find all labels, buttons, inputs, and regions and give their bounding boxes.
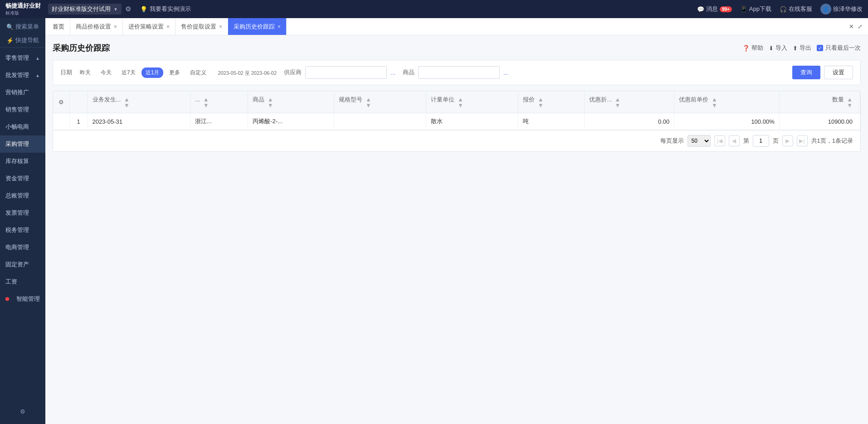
col-spec[interactable]: 规格型号 ▲▼ [334, 91, 426, 113]
first-page-btn[interactable]: |◀ [714, 135, 725, 146]
sort-icon: ▲▼ [615, 96, 621, 108]
date-btn-today[interactable]: 今天 [97, 67, 116, 78]
col-gear[interactable]: ⚙ [53, 91, 69, 113]
tab-purchase-strategy[interactable]: 进价策略设置 × [123, 18, 176, 35]
date-btn-yesterday[interactable]: 昨天 [76, 67, 95, 78]
edition-selector[interactable]: 好业财标准版交付试用 ▼ [48, 4, 122, 14]
tab-sale-price[interactable]: 售价提取设置 × [176, 18, 228, 35]
avatar: 👤 [820, 4, 831, 14]
message-badge: 99+ [720, 6, 732, 12]
user-profile-button[interactable]: 👤 徐泽华修改 [820, 4, 863, 14]
close-window-icon[interactable]: ✕ [849, 23, 854, 30]
tab-close-icon[interactable]: × [219, 24, 222, 30]
search-icon: 🔍 [6, 24, 14, 30]
sidebar-item-purchase[interactable]: 采购管理 [0, 135, 45, 153]
goods-input[interactable] [418, 66, 500, 79]
sidebar-item-invoice[interactable]: 发票管理 [0, 204, 45, 222]
col-goods[interactable]: 商品 ▲▼ [248, 91, 334, 113]
expand-icon: ▲ [35, 73, 40, 78]
row-more: 浙江... [190, 113, 248, 130]
topbar: 畅捷通好业财 标准版 好业财标准版交付试用 ▼ ⚙ 💡 我要看实例演示 💬 消息… [0, 0, 868, 18]
table-container: ⚙ 业务发生... ▲▼ ... ▲▼ 商品 [53, 91, 861, 152]
tab-label: 采购历史价跟踪 [234, 23, 275, 31]
sidebar-search[interactable]: 🔍 搜索菜单 [0, 18, 45, 34]
dot-icon [5, 297, 9, 301]
date-btn-more[interactable]: 更多 [165, 67, 184, 78]
sidebar-item-retail[interactable]: 零售管理 ▲ [0, 49, 45, 67]
col-price[interactable]: 报价 ▲▼ [518, 91, 585, 113]
page-label-after: 页 [773, 137, 779, 145]
date-btn-last1m[interactable]: 近1月 [141, 67, 164, 78]
row-discount-pct: 100.00% [674, 113, 779, 130]
tab-close-icon[interactable]: × [166, 24, 170, 30]
last-page-btn[interactable]: ▶| [797, 135, 808, 146]
sidebar-item-salary[interactable]: 工资 [0, 273, 45, 290]
sidebar-item-wholesale[interactable]: 批发管理 ▲ [0, 67, 45, 84]
supplier-input[interactable] [305, 66, 387, 79]
sort-icon: ▲▼ [124, 96, 130, 108]
export-button[interactable]: ⬆ 导出 [793, 44, 811, 52]
sidebar-item-tax[interactable]: 税务管理 [0, 222, 45, 239]
sidebar-gear-button[interactable]: ⚙ [0, 404, 45, 419]
sidebar-item-ecommerce[interactable]: 电商管理 [0, 239, 45, 256]
only-last-label: 只看最后一次 [825, 44, 861, 52]
settings-icon[interactable]: ⚙ [125, 5, 131, 13]
col-discount-price[interactable]: 优惠前单价 ▲▼ [674, 91, 779, 113]
sidebar-shortcut[interactable]: ⚡ 快捷导航 [0, 34, 45, 48]
col-unit[interactable]: 计量单位 ▲▼ [426, 91, 518, 113]
row-quote: 0.00 [585, 113, 674, 130]
sidebar-item-general-ledger[interactable]: 总账管理 [0, 187, 45, 204]
sidebar-item-label: 营销推广 [5, 88, 29, 96]
tab-close-icon[interactable]: × [114, 24, 117, 30]
col-discount-pct[interactable]: 优惠折... ▲▼ [585, 91, 674, 113]
sidebar-item-small-ecommerce[interactable]: 小畅电商 [0, 118, 45, 135]
sidebar-item-inventory[interactable]: 库存核算 [0, 153, 45, 170]
online-service-label: 在线客服 [789, 5, 812, 13]
tab-label: 售价提取设置 [181, 23, 216, 31]
date-btn-last7[interactable]: 近7天 [117, 67, 140, 78]
data-table: ⚙ 业务发生... ▲▼ ... ▲▼ 商品 [53, 91, 860, 130]
tab-home[interactable]: 首页 [47, 18, 70, 35]
export-icon: ⬆ [793, 45, 798, 52]
help-button[interactable]: ❓ 帮助 [742, 44, 763, 52]
col-date[interactable]: 业务发生... ▲▼ [88, 91, 190, 113]
prev-page-btn[interactable]: ◀ [729, 135, 740, 146]
date-range-text: 2023-05-02 至 2023-06-02 [218, 70, 277, 77]
help-label: 帮助 [751, 44, 763, 52]
online-service-button[interactable]: 🎧 在线客服 [780, 5, 812, 13]
sidebar-item-fixed-assets[interactable]: 固定资产 [0, 256, 45, 273]
date-btn-custom[interactable]: 自定义 [186, 67, 210, 78]
sidebar-item-marketing[interactable]: 营销推广 [0, 84, 45, 101]
goods-label: 商品 [403, 68, 414, 77]
sidebar-item-finance[interactable]: 资金管理 [0, 170, 45, 187]
only-last-checkbox[interactable]: ✓ 只看最后一次 [817, 44, 861, 52]
tab-purchase-history[interactable]: 采购历史价跟踪 × [228, 18, 287, 35]
sort-icon: ▲▼ [538, 96, 544, 108]
import-icon: ⬇ [769, 45, 774, 52]
query-button[interactable]: 查询 [792, 66, 820, 79]
sort-icon: ▲▼ [458, 96, 463, 108]
table-row: 1 2023-05-31 浙江... 丙烯酸-2-... 散水 吨 0.00 1… [53, 113, 860, 130]
page-number-input[interactable] [753, 135, 769, 147]
message-button[interactable]: 💬 消息 99+ [697, 5, 732, 13]
supplier-more-btn[interactable]: ... [390, 69, 395, 76]
sidebar-item-sales[interactable]: 销售管理 [0, 101, 45, 118]
maximize-icon[interactable]: ⤢ [858, 23, 863, 30]
page-header-actions: ❓ 帮助 ⬇ 导入 ⬆ 导出 ✓ 只看最后一次 [742, 44, 861, 52]
col-quantity[interactable]: 数量 ▲▼ [779, 91, 860, 113]
import-button[interactable]: ⬇ 导入 [769, 44, 787, 52]
sidebar: 🔍 搜索菜单 ⚡ 快捷导航 零售管理 ▲ 批发管理 ▲ 营销推广 销售管理 小畅… [0, 18, 45, 424]
filter-settings-button[interactable]: 设置 [824, 66, 853, 79]
demo-button[interactable]: 💡 我要看实例演示 [140, 5, 191, 13]
col-more[interactable]: ... ▲▼ [190, 91, 248, 113]
sidebar-item-label: 总账管理 [5, 192, 29, 200]
grid-icon: ⚡ [6, 37, 14, 44]
next-page-btn[interactable]: ▶ [782, 135, 793, 146]
tab-close-icon[interactable]: × [278, 24, 281, 30]
per-page-select[interactable]: 50 100 200 [688, 135, 711, 147]
sidebar-item-smart[interactable]: 智能管理 [0, 290, 45, 308]
app-logo: 畅捷通好业财 标准版 [5, 2, 41, 16]
app-download-button[interactable]: 📱 App下载 [740, 5, 771, 13]
tab-commodity-price[interactable]: 商品价格设置 × [70, 18, 123, 35]
goods-more-btn[interactable]: ... [503, 69, 508, 76]
